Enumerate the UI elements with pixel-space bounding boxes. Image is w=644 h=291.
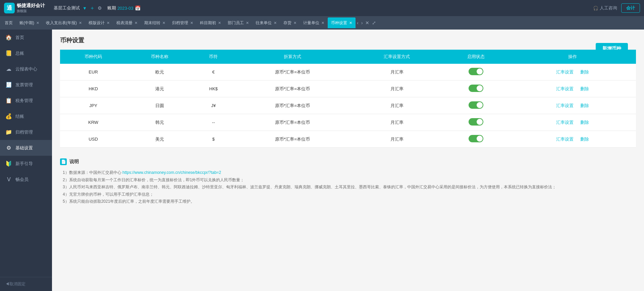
notice-header: 📄 说明 [60, 158, 636, 165]
col-header-enabled: 启用状态 [443, 50, 509, 64]
table-row: HKD 港元 HK$ 原币*汇率=本位币 月汇率 汇率设置 删除 [60, 81, 636, 97]
enabled-toggle[interactable] [469, 85, 483, 92]
project-name: 基层工会测试 [54, 5, 80, 11]
sidebar-item-ledger[interactable]: 📒 总账 [0, 45, 52, 61]
page-title: 币种设置 [60, 36, 636, 44]
cell-symbol: € [193, 64, 234, 81]
cell-ops: 汇率设置 删除 [509, 64, 636, 81]
main-content: 币种设置 新增币种 币种代码 币种名称 币符 折算方式 汇率设置方式 启 [52, 30, 644, 291]
period-value: 2023-03 [117, 6, 133, 11]
delete-link[interactable]: 删除 [580, 137, 589, 142]
tab-tax-table[interactable]: 税表清册 ✕ [113, 17, 141, 28]
tab-close-icon[interactable]: ✕ [162, 21, 165, 25]
cell-rate-type: 月汇率 [351, 81, 443, 97]
header-right: 🎧 人工咨询 会计 [593, 3, 640, 13]
tab-close-icon[interactable]: ✕ [36, 21, 39, 25]
tab-nav-next-icon[interactable]: › [360, 20, 364, 26]
cell-name: 美元 [126, 131, 193, 148]
tab-close-icon[interactable]: ✕ [107, 21, 110, 25]
delete-link[interactable]: 删除 [580, 103, 589, 108]
enabled-toggle[interactable] [469, 118, 483, 126]
tab-counterparty[interactable]: 往来单位 ✕ [252, 17, 280, 28]
cell-enabled [443, 114, 509, 131]
col-header-name: 币种名称 [126, 50, 193, 64]
tab-ledger-mid[interactable]: 账(中期) ✕ [16, 17, 43, 28]
tab-close-icon[interactable]: ✕ [321, 21, 324, 25]
app-subtitle: 旗舰版 [17, 9, 45, 13]
delete-link[interactable]: 删除 [580, 69, 589, 75]
help-button[interactable]: 🎧 人工咨询 [593, 5, 617, 11]
tab-nav-prev-icon[interactable]: ‹ [356, 20, 360, 26]
tab-close-icon[interactable]: ✕ [246, 21, 249, 25]
tab-close-icon[interactable]: ✕ [274, 21, 277, 25]
notice-icon: 📄 [60, 158, 67, 165]
enabled-toggle[interactable] [469, 101, 483, 109]
cell-name: 韩元 [126, 114, 193, 131]
user-role-button[interactable]: 会计 [621, 3, 640, 13]
tab-unit[interactable]: 计量单位 ✕ [300, 17, 328, 28]
tab-close-icon[interactable]: ✕ [79, 21, 82, 25]
tab-bar: 首页 账(中期) ✕ 收入支出表(年报) ✕ 模版设计 ✕ 税表清册 ✕ 期末结… [0, 16, 644, 30]
sidebar-item-member[interactable]: Ⅴ 畅会员 [0, 172, 52, 187]
col-header-code: 币种代码 [60, 50, 126, 64]
sidebar-unpin-button[interactable]: ◀取消固定 [0, 277, 52, 291]
enabled-toggle[interactable] [469, 68, 483, 75]
rate-settings-link[interactable]: 汇率设置 [556, 69, 574, 75]
currency-table-wrap: 币种代码 币种名称 币符 折算方式 汇率设置方式 启用状态 操作 EUR 欧 [60, 50, 636, 148]
cell-enabled [443, 64, 509, 81]
sidebar-label-guide: 新手引导 [15, 161, 33, 167]
sidebar-item-invoice[interactable]: 🧾 发票管理 [0, 77, 52, 93]
notice-link[interactable]: https://www.chinamoney.com.cn/chinese/bk… [122, 170, 221, 175]
sidebar-item-tax[interactable]: 📋 税务管理 [0, 93, 52, 108]
sidebar-item-guide[interactable]: 🔰 新手引导 [0, 156, 52, 172]
delete-link[interactable]: 删除 [580, 86, 589, 91]
sidebar-label-home: 首页 [15, 35, 24, 41]
rate-settings-link[interactable]: 汇率设置 [556, 86, 574, 91]
logo-icon: 通 [4, 3, 15, 13]
ledger-icon: 📒 [5, 50, 12, 56]
tab-period-transfer[interactable]: 期末结转 ✕ [141, 17, 169, 28]
tab-close-all-icon[interactable]: ✕ [364, 20, 371, 26]
notice-section: 📄 说明 1）数据来源：中国外汇交易中心 https://www.chinamo… [60, 158, 636, 205]
rate-settings-link[interactable]: 汇率设置 [556, 137, 574, 142]
tab-inventory[interactable]: 存货 ✕ [280, 17, 300, 28]
sidebar-item-checkout[interactable]: 💰 结账 [0, 108, 52, 124]
settings-icon: ⚙ [5, 145, 12, 151]
cell-calc: 原币*汇率=本位币 [234, 81, 351, 97]
cell-name: 欧元 [126, 64, 193, 81]
rate-settings-link[interactable]: 汇率设置 [556, 103, 574, 108]
invoice-icon: 🧾 [5, 82, 12, 88]
tab-close-icon[interactable]: ✕ [293, 21, 297, 25]
col-header-symbol: 币符 [193, 50, 234, 64]
tab-archive-mgmt[interactable]: 归档管理 ✕ [169, 17, 197, 28]
col-header-rate-type: 汇率设置方式 [351, 50, 443, 64]
calendar-icon[interactable]: 📅 [135, 5, 141, 11]
settings-gear-icon[interactable]: ⚙ [98, 5, 102, 11]
project-dropdown-icon[interactable]: ▼ [83, 6, 87, 11]
tab-subject-init[interactable]: 科目期初 ✕ [197, 17, 224, 28]
add-project-icon[interactable]: ＋ [90, 5, 95, 12]
sidebar-item-settings[interactable]: ⚙ 基础设置 [0, 140, 52, 156]
tab-close-icon[interactable]: ✕ [135, 21, 138, 25]
tab-expand-icon[interactable]: ⤢ [371, 20, 377, 26]
tab-template-design[interactable]: 模版设计 ✕ [85, 17, 113, 28]
sidebar-item-reports[interactable]: ☁ 云报表中心 [0, 61, 52, 77]
tab-home[interactable]: 首页 [1, 17, 16, 28]
tab-close-active-icon[interactable]: ✕ [349, 21, 352, 25]
delete-link[interactable]: 删除 [580, 120, 589, 125]
page-top-bar: 币种设置 新增币种 [60, 36, 636, 44]
checkout-icon: 💰 [5, 113, 12, 119]
table-row: EUR 欧元 € 原币*汇率=本位币 月汇率 汇率设置 删除 [60, 64, 636, 81]
cell-name: 港元 [126, 81, 193, 97]
notice-item: 3）人民币对马来西亚林吉特、俄罗斯卢布、南非兰特、韩元、阿联酋迪拉姆、沙特里亚尔… [63, 184, 636, 191]
tab-close-icon[interactable]: ✕ [190, 21, 193, 25]
enabled-toggle[interactable] [469, 135, 483, 142]
cell-ops: 汇率设置 删除 [509, 81, 636, 97]
rate-settings-link[interactable]: 汇率设置 [556, 120, 574, 125]
tab-dept-staff[interactable]: 部门员工 ✕ [224, 17, 252, 28]
sidebar-item-archive[interactable]: 📁 归档管理 [0, 124, 52, 140]
sidebar-item-home[interactable]: 🏠 首页 [0, 30, 52, 45]
tab-currency-settings[interactable]: 币种设置 ✕ [328, 17, 356, 28]
tab-income-report[interactable]: 收入支出表(年报) ✕ [43, 17, 85, 28]
tab-close-icon[interactable]: ✕ [218, 21, 221, 25]
